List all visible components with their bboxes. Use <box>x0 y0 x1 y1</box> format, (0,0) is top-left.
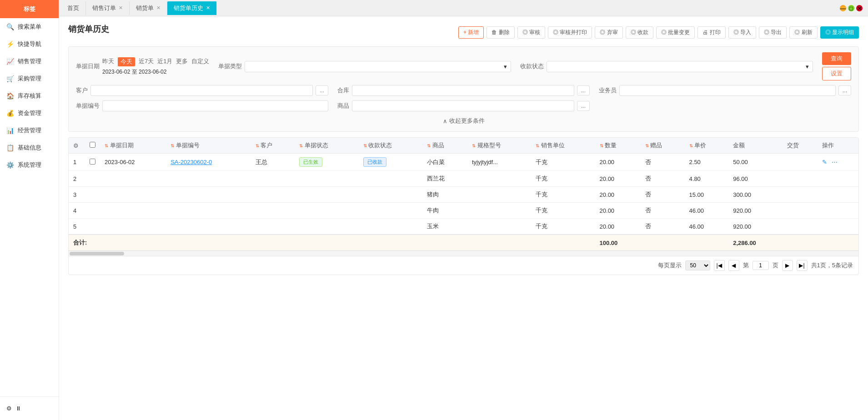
cell-pay-status <box>359 203 422 219</box>
cell-action <box>818 171 858 187</box>
staff-input[interactable] <box>619 85 836 96</box>
date-yesterday[interactable]: 昨天 <box>102 57 114 66</box>
collapse-label: 收起更多条件 <box>449 117 485 125</box>
abandon-button[interactable]: ◎ 弃审 <box>595 26 622 39</box>
pagination-bar: 每页显示 50 100 200 |◀ ◀ 第 页 ▶ ▶| 共1页，5条记录 <box>69 256 858 275</box>
cell-customer: 王总 <box>251 154 295 171</box>
date-today[interactable]: 今天 <box>118 57 135 66</box>
cell-amount: 50.00 <box>728 154 782 171</box>
display-button[interactable]: ◎ 显示明细 <box>820 26 859 39</box>
cell-spec <box>467 203 531 219</box>
collapse-button[interactable]: ∧ 收起更多条件 <box>439 116 488 126</box>
th-gift: ⇅ 赠品 <box>641 138 685 154</box>
minimize-button[interactable]: — <box>840 5 846 11</box>
total-info: 共1页，5条记录 <box>811 261 853 270</box>
cell-gift: 否 <box>641 187 685 203</box>
setting-button[interactable]: 设置 <box>822 67 851 80</box>
th-doc-status: ⇅ 单据状态 <box>295 138 358 154</box>
next-page-button[interactable]: ▶ <box>782 260 793 271</box>
sidebar-item-finance[interactable]: 💰 资金管理 <box>0 105 59 122</box>
sidebar-item-nav[interactable]: ⚡ 快捷导航 <box>0 35 59 53</box>
date-1month[interactable]: 近1月 <box>157 57 172 66</box>
date-more[interactable]: 更多 <box>176 57 188 66</box>
cell-unit: 千克 <box>531 171 595 187</box>
page-size-select[interactable]: 50 100 200 <box>685 260 710 270</box>
sidebar-item-search[interactable]: 🔍 搜索菜单 <box>0 18 59 35</box>
import-button[interactable]: ◎ 导入 <box>728 26 756 39</box>
export-button[interactable]: ◎ 导出 <box>759 26 787 39</box>
query-button[interactable]: 查询 <box>822 52 851 65</box>
cell-price: 2.50 <box>685 154 729 171</box>
customer-input[interactable] <box>90 85 313 96</box>
warehouse-input[interactable] <box>352 85 574 96</box>
last-page-button[interactable]: ▶| <box>797 260 808 271</box>
page-input[interactable] <box>753 261 769 270</box>
cell-amount: 920.00 <box>728 203 782 219</box>
sidebar-settings-icon[interactable]: ⚙ ⏸ <box>0 400 59 416</box>
tab-shipment-close[interactable]: ✕ <box>156 5 161 11</box>
warehouse-ellipsis[interactable]: ... <box>577 85 590 95</box>
date-7days[interactable]: 近7天 <box>139 57 154 66</box>
status-select[interactable]: ▾ <box>547 61 813 72</box>
sidebar-item-system[interactable]: ⚙️ 系统管理 <box>0 156 59 174</box>
sort-icon: ⇅ <box>105 143 108 148</box>
batch-change-button[interactable]: ◎ 批量变更 <box>656 26 695 39</box>
prev-page-button[interactable]: ◀ <box>728 260 739 271</box>
sidebar-item-purchase[interactable]: 🛒 采购管理 <box>0 70 59 87</box>
audit-print-button[interactable]: ◎ 审核并打印 <box>548 26 592 39</box>
horizontal-scrollbar[interactable] <box>69 250 858 256</box>
edit-icon[interactable]: ✎ <box>822 159 827 165</box>
tab-sales-order[interactable]: 销售订单 ✕ <box>86 1 130 15</box>
first-page-button[interactable]: |◀ <box>714 260 725 271</box>
maximize-button[interactable]: □ <box>848 5 854 11</box>
sort-icon: ⇅ <box>299 143 303 148</box>
delete-button[interactable]: 🗑 删除 <box>487 26 514 39</box>
close-button[interactable]: ✕ <box>856 5 863 11</box>
th-trade: 交货 <box>783 138 818 154</box>
tab-shipment-history-close[interactable]: ✕ <box>206 5 210 11</box>
table-settings-icon[interactable]: ⚙ <box>73 142 79 149</box>
tab-shipment-history[interactable]: 销货单历史 ✕ <box>167 1 217 15</box>
th-qty: ⇅ 数量 <box>595 138 641 154</box>
tab-shipment[interactable]: 销货单 ✕ <box>130 1 167 15</box>
docno-input[interactable] <box>102 100 328 111</box>
title-toolbar-row: 销货单历史 + 新增 🗑 删除 ◎ 审核 ◎ 审核并打印 ◎ 弃审 ◎ 收款 ◎… <box>68 24 859 41</box>
th-pay-status: ⇅ 收款状态 <box>359 138 422 154</box>
pause-icon: ⏸ <box>15 405 21 412</box>
collect-button[interactable]: ◎ 收款 <box>626 26 653 39</box>
scrollbar-thumb[interactable] <box>70 252 124 255</box>
toolbar-right: + 新增 🗑 删除 ◎ 审核 ◎ 审核并打印 ◎ 弃审 ◎ 收款 ◎ 批量变更 … <box>458 26 859 39</box>
date-label: 单据日期 <box>76 62 100 70</box>
th-unit: ⇅ 销售单位 <box>531 138 595 154</box>
more-icon[interactable]: ⋯ <box>832 159 838 165</box>
cell-pay-status <box>359 187 422 203</box>
cell-doc-status <box>295 219 358 235</box>
new-button[interactable]: + 新增 <box>458 26 484 39</box>
tab-home[interactable]: 首页 <box>61 1 86 15</box>
print-button[interactable]: 🖨 打印 <box>697 26 725 39</box>
sidebar-item-sales[interactable]: 📈 销售管理 <box>0 53 59 70</box>
cell-goods: 玉米 <box>422 219 467 235</box>
audit-button[interactable]: ◎ 审核 <box>517 26 545 39</box>
sidebar-item-label: 销售管理 <box>18 57 41 65</box>
row-checkbox[interactable] <box>90 159 95 165</box>
goods-input[interactable] <box>352 100 574 111</box>
customer-ellipsis[interactable]: ... <box>316 85 328 95</box>
sidebar-item-inventory[interactable]: 🏠 库存核算 <box>0 87 59 105</box>
date-custom[interactable]: 自定义 <box>191 57 209 66</box>
sidebar-item-label: 采购管理 <box>18 75 41 83</box>
sidebar-item-basic[interactable]: 📋 基础信息 <box>0 139 59 156</box>
cell-qty: 20.00 <box>595 219 641 235</box>
tab-sales-order-close[interactable]: ✕ <box>119 5 123 11</box>
sidebar-item-operations[interactable]: 📊 经营管理 <box>0 122 59 139</box>
select-all-checkbox[interactable] <box>90 142 95 148</box>
footer-trade <box>783 235 858 250</box>
staff-label: 业务员 <box>599 86 617 95</box>
filter-panel: 单据日期 昨天 今天 近7天 近1月 更多 自定义 2023-06-02 至 2… <box>68 46 859 132</box>
goods-ellipsis[interactable]: ... <box>577 101 590 111</box>
refresh-button[interactable]: ◎ 刷新 <box>789 26 817 39</box>
cell-trade <box>783 154 818 171</box>
type-select[interactable]: ▾ <box>245 61 511 72</box>
staff-ellipsis[interactable]: ... <box>838 85 851 95</box>
doc-no-link[interactable]: SA-20230602-0 <box>171 159 212 165</box>
